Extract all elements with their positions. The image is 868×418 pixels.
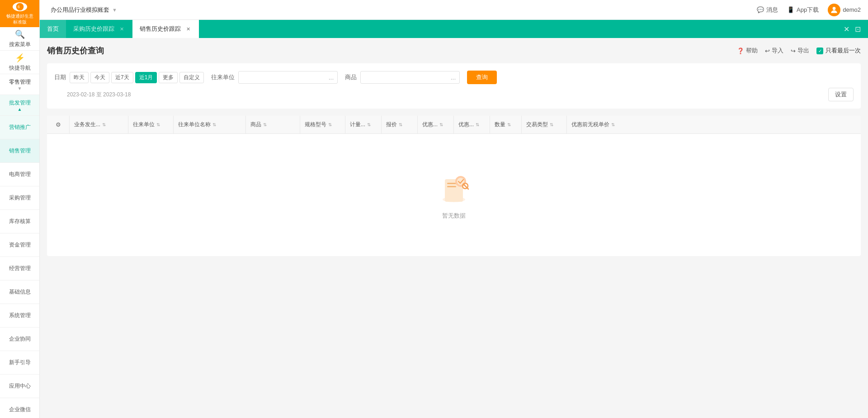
tab-home[interactable]: 首页: [40, 20, 66, 38]
empty-state-text: 暂无数据: [442, 212, 466, 220]
checkbox-checked-icon: ✓: [816, 48, 823, 54]
tab-purchase-label: 采购历史价跟踪: [73, 25, 114, 33]
app-download-button[interactable]: 📱 App下载: [787, 6, 819, 14]
quick-nav-icon: ⚡: [15, 53, 25, 63]
date-btn-yesterday[interactable]: 昨天: [70, 72, 89, 83]
page-title-actions: ❓ 帮助 ↩ 导入 ↪ 导出 ✓ 只看最后一次: [737, 47, 861, 55]
sidebar-item-retail[interactable]: 零售管理 ▼: [0, 74, 39, 95]
col-unit[interactable]: 计量... ⇅: [345, 116, 382, 133]
col-no-tax-price[interactable]: 优惠前无税单价 ⇅: [567, 116, 861, 133]
sidebar-item-inventory[interactable]: 库存核算: [0, 210, 39, 233]
sidebar-item-system[interactable]: 系统管理: [0, 304, 39, 328]
tab-maximize-icon[interactable]: ⊡: [855, 25, 861, 33]
tab-close-all-icon[interactable]: ✕: [844, 25, 849, 33]
sidebar-item-operations[interactable]: 经营管理: [0, 257, 39, 280]
import-button[interactable]: ↩ 导入: [765, 47, 783, 55]
date-btn-today[interactable]: 今天: [90, 72, 109, 83]
app-download-icon: 📱: [787, 6, 794, 13]
partner-filter-group: 往来单位 ...: [211, 71, 338, 84]
enterprise-label: 企业协同: [9, 335, 31, 343]
settings-button[interactable]: 设置: [828, 88, 854, 101]
col-product[interactable]: 商品 ⇅: [246, 116, 300, 133]
col-partner-code-label: 往来单位: [133, 121, 155, 128]
col-trade-type-label: 交易类型: [526, 121, 548, 128]
sidebar-item-guide[interactable]: 新手引导: [0, 351, 39, 375]
col-trade-type[interactable]: 交易类型 ⇅: [522, 116, 567, 133]
sidebar-item-purchase[interactable]: 采购管理: [0, 186, 39, 210]
workspace-selector[interactable]: 办公用品行业模拟账套 ▼: [47, 4, 121, 16]
col-partner-name[interactable]: 往来单位名称 ⇅: [174, 116, 246, 133]
sidebar-item-wholesale[interactable]: 批发管理 ▲: [0, 95, 39, 116]
import-icon: ↩: [765, 48, 770, 54]
top-bar-right: 💬 消息 📱 App下载 demo2: [757, 4, 861, 16]
date-btn-more[interactable]: 更多: [159, 72, 178, 83]
export-button[interactable]: ↪ 导出: [791, 47, 809, 55]
sort-icon-discount1: ⇅: [439, 122, 443, 127]
tab-purchase-close[interactable]: ✕: [118, 25, 125, 33]
svg-text:6: 6: [18, 5, 20, 9]
tab-purchase-history[interactable]: 采购历史价跟踪 ✕: [66, 20, 132, 38]
col-no-tax-price-label: 优惠前无税单价: [571, 121, 609, 128]
logo-subtitle: 标准版: [6, 19, 33, 25]
search-menu-icon: 🔍: [15, 29, 25, 39]
wechat-label: 企业微信: [9, 406, 31, 413]
col-date[interactable]: 业务发生... ⇅: [70, 116, 128, 133]
table-header: ⚙ 业务发生... ⇅ 往来单位 ⇅ 往来单位名称 ⇅ 商品 ⇅: [47, 116, 861, 134]
sidebar-subitem-marketing[interactable]: 营销推广: [0, 116, 39, 139]
partner-input[interactable]: ...: [238, 71, 338, 84]
sidebar-item-app-center[interactable]: 应用中心: [0, 375, 39, 398]
col-partner-code[interactable]: 往来单位 ⇅: [128, 116, 174, 133]
tab-sales-close[interactable]: ✕: [184, 25, 192, 33]
sort-icon-partner-code: ⇅: [156, 122, 160, 127]
col-discount2[interactable]: 优惠... ⇅: [454, 116, 490, 133]
empty-state-icon: [436, 170, 472, 206]
help-button[interactable]: ❓ 帮助: [737, 47, 758, 55]
sidebar-item-enterprise[interactable]: 企业协同: [0, 328, 39, 351]
help-icon: ❓: [737, 48, 744, 54]
col-spec[interactable]: 规格型号 ⇅: [300, 116, 345, 133]
sort-icon-quantity: ⇅: [507, 122, 511, 127]
tab-sales-history[interactable]: 销售历史价跟踪 ✕: [132, 20, 199, 38]
logo-icon: 6: [13, 2, 27, 11]
col-quantity[interactable]: 数量 ⇅: [490, 116, 522, 133]
svg-point-2: [833, 7, 836, 10]
date-btn-custom[interactable]: 自定义: [179, 72, 204, 83]
workspace-dropdown-icon: ▼: [112, 7, 117, 13]
sidebar-item-ecommerce[interactable]: 电商管理: [0, 163, 39, 186]
data-table: ⚙ 业务发生... ⇅ 往来单位 ⇅ 往来单位名称 ⇅ 商品 ⇅: [47, 116, 861, 256]
sidebar-item-quick-nav[interactable]: ⚡ 快捷导航: [0, 51, 39, 74]
tab-home-label: 首页: [47, 25, 59, 33]
empty-state: 暂无数据: [47, 134, 861, 256]
purchase-label: 采购管理: [9, 194, 31, 202]
table-settings-icon[interactable]: ⚙: [47, 116, 70, 133]
retail-arrow: ▼: [18, 86, 22, 91]
col-discount1[interactable]: 优惠... ⇅: [418, 116, 454, 133]
col-discount2-label: 优惠...: [458, 121, 474, 128]
date-range-text: 2023-02-18 至 2023-03-18: [67, 91, 131, 99]
product-input[interactable]: ...: [360, 71, 460, 84]
sidebar-item-basic[interactable]: 基础信息: [0, 280, 39, 304]
sidebar-item-finance[interactable]: 资金管理: [0, 233, 39, 257]
svg-point-0: [16, 3, 24, 11]
sort-icon-trade-type: ⇅: [550, 122, 553, 127]
product-label: 商品: [345, 73, 357, 81]
message-button[interactable]: 💬 消息: [757, 6, 778, 14]
content-area: 销售历史价查询 ❓ 帮助 ↩ 导入 ↪ 导出 ✓ 只看最后一次: [40, 38, 868, 418]
col-price[interactable]: 报价 ⇅: [382, 116, 418, 133]
user-menu[interactable]: demo2: [828, 4, 861, 16]
top-bar-left: 办公用品行业模拟账套 ▼: [47, 4, 121, 16]
date-btn-7days[interactable]: 近7天: [111, 72, 133, 83]
wholesale-label: 批发管理: [9, 99, 31, 107]
only-last-checkbox[interactable]: ✓ 只看最后一次: [816, 47, 861, 55]
query-button[interactable]: 查询: [467, 71, 497, 84]
svg-rect-6: [447, 186, 456, 187]
sidebar-item-search-menu[interactable]: 🔍 搜索菜单: [0, 27, 39, 51]
filter-panel: 日期 昨天 今天 近7天 近1月 更多 自定义 往来单位 ...: [47, 63, 861, 109]
sidebar-subitem-sales[interactable]: 销售管理: [0, 139, 39, 163]
system-label: 系统管理: [9, 312, 31, 319]
date-btn-1month[interactable]: 近1月: [135, 72, 157, 83]
filter-row-1: 日期 昨天 今天 近7天 近1月 更多 自定义 往来单位 ...: [54, 71, 854, 84]
sidebar-item-wechat[interactable]: 企业微信: [0, 398, 39, 418]
username-label: demo2: [843, 6, 861, 13]
col-discount1-label: 优惠...: [422, 121, 438, 128]
